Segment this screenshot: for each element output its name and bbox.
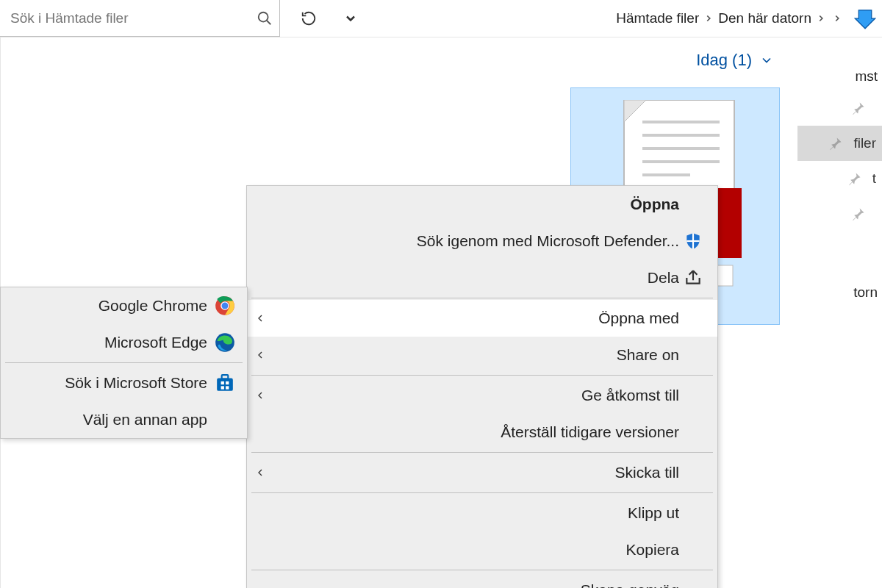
chrome-icon — [210, 295, 240, 316]
submenu-chrome[interactable]: Google Chrome — [1, 287, 247, 324]
ctx-label: Öppna med — [279, 309, 679, 327]
breadcrumb-item[interactable]: Den här datorn — [718, 10, 811, 26]
svg-rect-19 — [221, 381, 224, 384]
separator — [251, 375, 713, 376]
submenu-store[interactable]: Sök i Microsoft Store — [1, 365, 247, 401]
group-label: Idag (1) — [696, 51, 752, 70]
breadcrumb-item[interactable]: Hämtade filer — [616, 10, 699, 26]
svg-rect-12 — [686, 240, 699, 242]
address-bar[interactable]: Hämtade filer Den här datorn — [371, 0, 882, 37]
chevron-right-icon — [814, 13, 828, 24]
defender-icon — [679, 232, 707, 251]
ctx-label: Share on — [279, 346, 679, 364]
sidebar-item[interactable]: t — [797, 161, 882, 196]
svg-point-0 — [259, 12, 268, 21]
ctx-scan-defender[interactable]: Sök igenom med Microsoft Defender... — [247, 223, 717, 259]
svg-point-15 — [222, 303, 229, 309]
svg-rect-20 — [226, 381, 229, 384]
submenu-label: Microsoft Edge — [5, 334, 210, 351]
submenu-label: Välj en annan app — [5, 411, 210, 429]
separator — [251, 570, 713, 570]
sidebar-item[interactable] — [797, 90, 882, 126]
chevron-right-icon — [702, 13, 715, 24]
submenu-choose-app[interactable]: Välj en annan app — [1, 401, 247, 438]
separator — [251, 452, 713, 453]
submenu-label: Sök i Microsoft Store — [5, 374, 210, 392]
search-box[interactable]: Sök i Hämtade filer — [0, 0, 280, 37]
submenu-arrow-icon — [254, 349, 279, 361]
separator — [5, 362, 243, 363]
ctx-label: Kopiera — [279, 541, 679, 559]
edge-icon — [210, 332, 240, 353]
svg-rect-18 — [222, 375, 229, 379]
downloads-icon — [854, 7, 876, 29]
ctx-label: Dela — [279, 269, 679, 287]
separator — [251, 492, 713, 493]
pin-icon — [828, 136, 843, 151]
svg-rect-22 — [226, 386, 229, 389]
pin-icon — [851, 207, 866, 221]
breadcrumb: Hämtade filer Den här datorn — [377, 7, 876, 29]
sidebar-item-downloads[interactable]: filer — [797, 126, 882, 161]
toolbar: Sök i Hämtade filer Hämtade filer Den hä… — [0, 0, 882, 37]
ctx-share-on[interactable]: Share on — [247, 337, 717, 373]
sidebar-heading: mst — [797, 60, 882, 90]
store-icon — [210, 373, 240, 392]
svg-line-1 — [267, 20, 271, 24]
ctx-share[interactable]: Dela — [247, 259, 717, 296]
ctx-label: Skapa genväg — [279, 581, 679, 588]
group-header[interactable]: Idag (1) — [18, 51, 780, 70]
history-dropdown[interactable] — [329, 0, 371, 37]
ctx-label: Öppna — [279, 196, 679, 213]
ctx-copy[interactable]: Kopiera — [247, 531, 717, 568]
share-icon — [679, 268, 707, 287]
context-menu: Öppna Sök igenom med Microsoft Defender.… — [246, 185, 718, 588]
ctx-label: Återställ tidigare versioner — [279, 423, 679, 441]
ctx-label: Klipp ut — [279, 504, 679, 522]
submenu-edge[interactable]: Microsoft Edge — [1, 324, 247, 361]
ctx-create-shortcut[interactable]: Skapa genväg — [247, 572, 717, 588]
chevron-down-icon — [759, 53, 774, 68]
search-placeholder: Sök i Hämtade filer — [0, 10, 250, 26]
ctx-cut[interactable]: Klipp ut — [247, 495, 717, 531]
search-icon — [250, 10, 279, 26]
open-with-submenu: Google Chrome Microsoft Edge Sök i Micro… — [0, 287, 248, 439]
sidebar-heading: torn — [797, 276, 882, 306]
ctx-label: Ge åtkomst till — [279, 387, 679, 404]
ctx-restore-versions[interactable]: Återställ tidigare versioner — [247, 414, 717, 451]
ctx-open[interactable]: Öppna — [247, 186, 717, 223]
svg-rect-17 — [217, 379, 233, 391]
pin-icon — [847, 171, 862, 186]
sidebar-item-label: t — [872, 171, 876, 187]
chevron-right-icon — [831, 13, 844, 24]
ctx-open-with[interactable]: Öppna med — [247, 300, 717, 337]
separator — [251, 298, 713, 298]
submenu-arrow-icon — [254, 390, 279, 401]
pin-icon — [851, 101, 866, 115]
sidebar-item-label: filer — [853, 135, 876, 151]
submenu-arrow-icon — [254, 467, 279, 478]
svg-rect-21 — [221, 386, 224, 389]
nav-sidebar: mst filer t torn — [797, 37, 882, 588]
refresh-button[interactable] — [287, 0, 329, 37]
ctx-label: Sök igenom med Microsoft Defender... — [279, 232, 679, 250]
ctx-give-access[interactable]: Ge åtkomst till — [247, 377, 717, 414]
ctx-send-to[interactable]: Skicka till — [247, 454, 717, 491]
sidebar-item[interactable] — [797, 196, 882, 232]
submenu-label: Google Chrome — [5, 297, 210, 315]
submenu-arrow-icon — [254, 312, 279, 324]
ctx-label: Skicka till — [279, 464, 679, 481]
